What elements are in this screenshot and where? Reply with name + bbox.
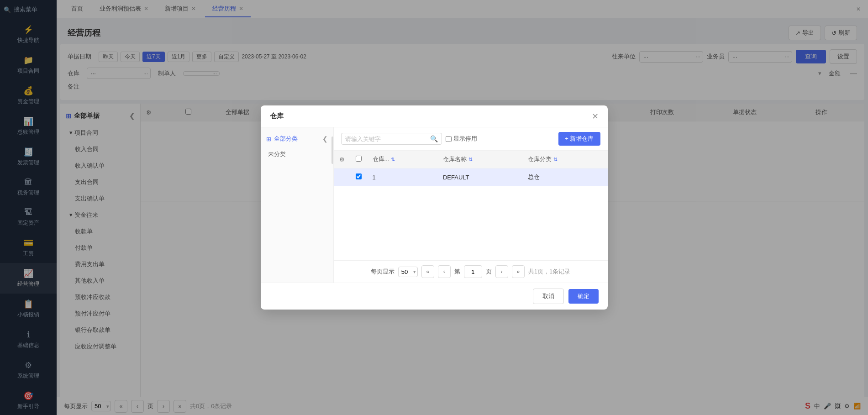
left-scrollbar-thumb: [331, 137, 333, 164]
add-warehouse-button[interactable]: + 新增仓库: [558, 132, 600, 146]
modal-first-btn[interactable]: «: [421, 265, 434, 278]
left-scrollbar[interactable]: [331, 127, 333, 283]
warehouse-table: ⚙ 仓库... ⇅ 仓库名称: [334, 151, 608, 186]
th-category[interactable]: 仓库分类 ⇅: [522, 151, 607, 168]
modal-page-input[interactable]: [464, 265, 482, 278]
modal-per-page-select[interactable]: 50: [398, 267, 418, 277]
modal-last-btn[interactable]: »: [512, 265, 525, 278]
modal-page-label: 页: [486, 268, 492, 276]
all-category-btn[interactable]: ⊞ 全部分类: [266, 135, 298, 143]
category-uncategorized[interactable]: 未分类: [261, 147, 333, 162]
left-panel-collapse-btn[interactable]: ❮: [322, 135, 328, 142]
modal-per-page-wrap: 50: [398, 267, 418, 277]
sort-icon-name: ⇅: [468, 157, 473, 162]
row-code-cell: DEFAULT: [437, 168, 522, 186]
modal-per-page-label: 每页显示: [371, 268, 395, 276]
modal-search-icon[interactable]: 🔍: [430, 135, 438, 142]
modal-pagination: 每页显示 50 « ‹ 第 页 › » 共1页，1条记录: [334, 260, 608, 283]
table-row[interactable]: 1 DEFAULT 总仓: [334, 168, 608, 186]
show-disabled-checkbox[interactable]: [446, 136, 452, 142]
th-settings[interactable]: ⚙: [334, 151, 350, 168]
confirm-button[interactable]: 确定: [568, 289, 599, 304]
cancel-button[interactable]: 取消: [533, 289, 564, 304]
row-name-cell: 总仓: [522, 168, 607, 186]
th-code[interactable]: 仓库... ⇅: [367, 151, 437, 168]
modal-prev-btn[interactable]: ‹: [438, 265, 451, 278]
modal-next-btn[interactable]: ›: [495, 265, 508, 278]
table-settings-icon: ⚙: [339, 156, 345, 163]
modal-table-area: ⚙ 仓库... ⇅ 仓库名称: [334, 151, 608, 260]
all-category-label: 全部分类: [274, 135, 298, 143]
modal-left-panel: ⊞ 全部分类 ❮ 未分类: [261, 127, 334, 283]
modal-toolbar: 🔍 显示停用 + 新增仓库: [334, 127, 608, 151]
table-select-all[interactable]: [356, 156, 362, 162]
modal-search-input[interactable]: [345, 136, 427, 142]
th-check: [350, 151, 367, 168]
modal-total-info: 共1页，1条记录: [528, 268, 570, 276]
modal-header: 仓库 ✕: [261, 105, 608, 127]
sort-icon-category: ⇅: [553, 157, 558, 162]
row-num-cell: 1: [367, 168, 437, 186]
th-name[interactable]: 仓库名称 ⇅: [437, 151, 522, 168]
modal-search-wrap: 🔍: [341, 133, 442, 145]
row-check-cell: [350, 168, 367, 186]
grid-icon: ⊞: [266, 136, 271, 142]
modal-body: ⊞ 全部分类 ❮ 未分类: [261, 127, 608, 283]
show-disabled-label[interactable]: 显示停用: [446, 135, 477, 143]
modal-page-word: 第: [454, 268, 460, 276]
modal-right-panel: 🔍 显示停用 + 新增仓库: [334, 127, 608, 283]
modal-overlay: 仓库 ✕ ⊞ 全部分类 ❮ 未分类: [0, 0, 868, 415]
row-checkbox[interactable]: [356, 173, 362, 179]
modal-toolbar-left: 🔍 显示停用: [341, 133, 477, 145]
row-settings-cell: [334, 168, 350, 186]
modal-close-button[interactable]: ✕: [592, 112, 599, 121]
warehouse-modal: 仓库 ✕ ⊞ 全部分类 ❮ 未分类: [261, 105, 608, 310]
sort-icon-code: ⇅: [391, 157, 395, 162]
modal-footer: 取消 确定: [261, 283, 608, 310]
modal-left-header: ⊞ 全部分类 ❮: [261, 131, 333, 147]
modal-title: 仓库: [270, 112, 284, 121]
